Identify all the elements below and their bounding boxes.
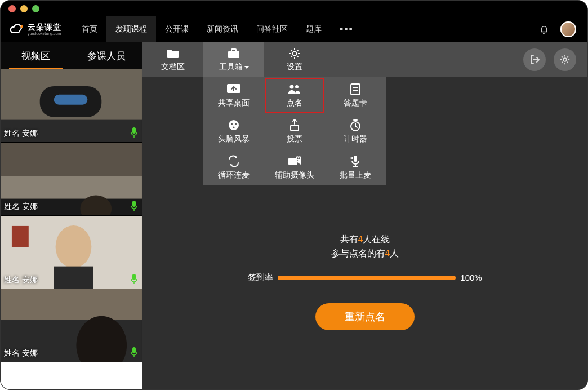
nav-item[interactable]: 题库 [297, 16, 331, 42]
video-cell[interactable]: 姓名 安娜 [1, 289, 142, 362]
cloud-icon [10, 23, 25, 36]
nav-item[interactable]: 新闻资讯 [198, 16, 247, 42]
svg-point-30 [231, 123, 233, 125]
exit-button[interactable] [523, 48, 546, 71]
toolbox-item-aux-camera[interactable]: 辅助摄像头 [264, 149, 325, 185]
participant-name: 姓名 安娜 [4, 275, 38, 285]
svg-point-0 [20, 25, 23, 28]
main-toolbar: 文档区 工具箱 设置 [142, 42, 587, 77]
gear-icon [559, 54, 571, 65]
mic-icon[interactable] [131, 347, 137, 357]
toolbox-item-batch-mic[interactable]: 批量上麦 [325, 149, 386, 185]
brand-logo[interactable]: 云朵课堂 yunduoketang.com [10, 23, 61, 36]
maximize-window-icon[interactable] [32, 5, 39, 12]
svg-rect-5 [132, 127, 136, 134]
toolbox-item-roll-call[interactable]: 点名 [264, 77, 325, 113]
toolbox-item-loop-mic[interactable]: 循环连麦 [203, 149, 264, 185]
aux-camera-icon [287, 154, 302, 168]
mic-icon[interactable] [131, 274, 137, 284]
svg-rect-27 [351, 84, 360, 95]
exit-icon [529, 54, 540, 65]
svg-point-32 [233, 126, 234, 128]
toolbox-item-vote[interactable]: 投票 [264, 113, 325, 149]
toolbox-item-answer-card[interactable]: 答题卡 [325, 77, 386, 113]
nav-item[interactable]: 问答社区 [247, 16, 297, 42]
svg-rect-7 [1, 143, 142, 176]
brainstorm-icon [228, 118, 240, 132]
attendance-rate: 签到率 100% [248, 272, 482, 283]
user-avatar[interactable] [560, 21, 576, 37]
svg-rect-12 [12, 226, 29, 247]
timer-icon [349, 118, 362, 132]
toolbox-item-brainstorm[interactable]: 头脑风暴 [203, 113, 264, 149]
bell-icon[interactable] [539, 24, 549, 34]
mic-icon[interactable] [131, 201, 137, 211]
toolbox-dropdown: 共享桌面点名答题卡头脑风暴投票计时器循环连麦辅助摄像头批量上麦 [203, 77, 386, 185]
sidebar: 视频区参课人员 姓名 安娜 姓名 安娜 姓名 安娜 [1, 42, 142, 390]
folder-icon [166, 47, 180, 60]
progress-bar [278, 276, 456, 280]
participant-name: 姓名 安娜 [4, 202, 38, 212]
participant-name: 姓名 安娜 [4, 128, 38, 139]
video-cell[interactable]: 姓名 安娜 [1, 69, 142, 143]
side-tab[interactable]: 参课人员 [72, 42, 142, 69]
svg-point-13 [56, 225, 92, 268]
answer-card-icon [349, 82, 362, 96]
close-window-icon[interactable] [8, 5, 16, 12]
video-cell[interactable]: 姓名 安娜 [1, 216, 142, 289]
doc-area-tab[interactable]: 文档区 [142, 42, 203, 77]
nav-item[interactable]: 发现课程 [106, 16, 156, 42]
video-list: 姓名 安娜 姓名 安娜 姓名 安娜 姓名 安娜 [1, 69, 142, 390]
svg-rect-28 [353, 83, 358, 85]
svg-rect-37 [354, 156, 357, 162]
svg-rect-33 [291, 125, 299, 131]
svg-rect-20 [228, 51, 239, 58]
gear-icon [288, 47, 301, 60]
loop-mic-icon [227, 154, 240, 168]
re-rollcall-button[interactable]: 重新点名 [315, 303, 415, 330]
minimize-window-icon[interactable] [20, 5, 28, 12]
logo-subtext: yunduoketang.com [28, 32, 61, 36]
nav-more-icon[interactable]: ••• [331, 24, 363, 36]
share-screen-icon [226, 82, 241, 96]
svg-rect-10 [132, 201, 136, 207]
svg-point-22 [293, 52, 297, 56]
mic-icon[interactable] [131, 127, 137, 138]
briefcase-icon [227, 47, 240, 60]
video-cell-empty [1, 362, 142, 390]
chevron-down-icon [244, 66, 249, 69]
vote-icon [289, 118, 300, 132]
video-cell[interactable]: 姓名 安娜 [1, 143, 142, 216]
app-window: 云朵课堂 yunduoketang.com 首页发现课程公开课新闻资讯问答社区题… [0, 0, 588, 390]
svg-rect-21 [231, 49, 236, 51]
batch-mic-icon [350, 154, 361, 168]
toolbox-item-timer[interactable]: 计时器 [325, 113, 386, 149]
participant-name: 姓名 安娜 [4, 348, 38, 358]
svg-point-26 [295, 85, 299, 88]
svg-point-25 [290, 85, 294, 89]
svg-rect-4 [54, 95, 88, 105]
svg-rect-14 [54, 267, 93, 289]
settings-tab[interactable]: 设置 [264, 42, 325, 77]
main-area: 文档区 工具箱 设置 [142, 42, 587, 390]
side-tab[interactable]: 视频区 [1, 42, 72, 69]
roll-call-icon [287, 82, 302, 96]
online-count: 共有4人在线 [340, 234, 390, 246]
svg-rect-35 [288, 158, 297, 165]
top-nav: 云朵课堂 yunduoketang.com 首页发现课程公开课新闻资讯问答社区题… [1, 16, 587, 42]
nav-item[interactable]: 公开课 [156, 16, 198, 42]
svg-rect-8 [1, 176, 142, 199]
svg-rect-17 [1, 289, 142, 320]
svg-rect-15 [132, 274, 136, 280]
toolbox-tab[interactable]: 工具箱 [203, 42, 264, 77]
settings-button[interactable] [554, 48, 576, 71]
rollcall-stats: 共有4人在线 参与点名的有4人 签到率 100% 重新点名 [142, 234, 587, 330]
svg-point-31 [235, 123, 237, 125]
participated-count: 参与点名的有4人 [331, 248, 399, 260]
svg-point-29 [229, 120, 239, 130]
svg-point-23 [563, 58, 567, 61]
nav-item[interactable]: 首页 [73, 16, 106, 42]
logo-text: 云朵课堂 [28, 23, 61, 31]
toolbox-item-share-screen[interactable]: 共享桌面 [203, 77, 264, 113]
window-titlebar [1, 1, 587, 16]
